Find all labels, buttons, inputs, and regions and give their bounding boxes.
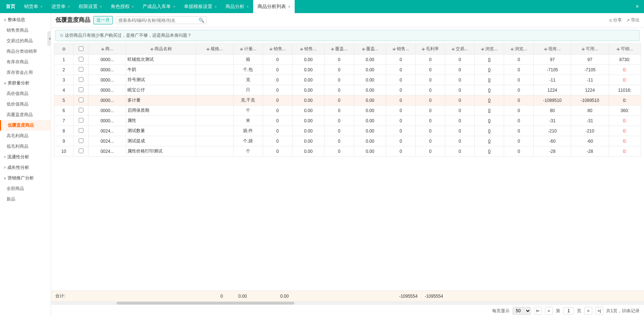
sidebar-section-marketing[interactable]: ∨ 营销推广分析 [0,173,51,183]
tab-roles[interactable]: 角色授权 × [106,0,138,13]
browse1-link[interactable]: 0 [488,78,491,83]
sidebar-item-new-products[interactable]: 新品 [0,194,51,205]
tab-permissions[interactable]: 权限设置 × [74,0,106,13]
browse1-link[interactable]: 0 [488,128,491,134]
th-cover2[interactable]: ≑覆盖... [354,44,386,55]
th-name[interactable]: ≑商品名称 [126,44,196,55]
th-code[interactable]: ≑商... [89,44,126,55]
browse1-link[interactable]: 0 [488,57,491,62]
tab-analysis[interactable]: 商品分析 × [221,0,253,13]
sidebar-item-occupy-ratio[interactable]: 库存资金占用 [0,67,51,78]
browse1-link[interactable]: 0 [488,149,491,154]
close-icon[interactable]: × [247,5,249,9]
th-spec[interactable]: ≑规格... [196,44,233,55]
th-unit[interactable]: ≑计量... [233,44,263,55]
row-checkbox[interactable] [79,77,83,82]
close-icon[interactable]: × [215,5,217,9]
cell-spec [196,116,233,126]
sidebar-item-low-profit[interactable]: 低毛利商品 [0,141,51,152]
search-input[interactable] [118,18,199,23]
cell-trans: 0 [445,116,475,126]
cell-code: 0000... [89,75,126,85]
page-number-input[interactable] [563,307,574,314]
browse1-link[interactable]: 0 [488,139,491,144]
next-page-button[interactable]: > [584,307,592,315]
close-icon[interactable]: × [68,5,70,9]
sidebar-section-growth[interactable]: > 成长性分析 [0,162,51,173]
close-icon[interactable]: × [100,5,102,9]
tab-product-entry[interactable]: 产成品入库单 × [138,0,180,13]
browse1-link[interactable]: 0 [488,98,491,103]
tab-purchase[interactable]: 进货单 × [47,0,74,13]
sidebar-item-low-value[interactable]: 低价值商品 [0,99,51,110]
row-checkbox[interactable] [79,148,83,153]
row-checkbox[interactable] [79,57,83,62]
th-trans[interactable]: ≑交易... [445,44,475,55]
sidebar-item-high-value[interactable]: 高价值商品 [0,88,51,99]
per-page-select[interactable]: 50 10 20 100 [513,307,531,315]
cell-sales-cnt: 0 [386,146,416,156]
th-browse1[interactable]: ≑浏览... [475,44,504,55]
sidebar-item-high-profit[interactable]: 高毛利商品 [0,131,51,141]
window-close-button[interactable]: × [632,3,643,10]
sidebar-item-has-stock[interactable]: 有库存商品 [0,57,51,67]
th-sales-qty[interactable]: ≑销售... [263,44,292,55]
sidebar-item-all-products[interactable]: 全部商品 [0,183,51,194]
row-checkbox[interactable] [79,67,83,72]
th-avail[interactable]: ≑可用... [571,44,609,55]
row-checkbox[interactable] [79,128,83,133]
close-icon[interactable]: × [40,5,43,9]
row-checkbox[interactable] [79,108,83,112]
filter-recent-month-button[interactable]: 近一月 [93,16,113,24]
th-sellable[interactable]: ≑可销... [609,44,641,55]
cell-sales-cnt: 0 [386,116,416,126]
tab-sales[interactable]: 销货单 × [20,0,47,13]
share-button[interactable]: ⎋ 分享 [609,17,622,23]
browse1-link[interactable]: 0 [488,118,491,123]
select-all-checkbox[interactable] [79,46,83,51]
cell-sales-qty: 0 [263,126,292,136]
tab-home[interactable]: 首页 [1,0,20,13]
close-icon[interactable]: × [288,5,290,9]
th-curr[interactable]: ≑现有... [534,44,571,55]
sidebar-section-quality[interactable]: ∨ 类群量分析 [0,78,51,88]
th-cover1[interactable]: ≑覆盖... [325,44,354,55]
cell-code: 0000... [89,85,126,95]
close-icon[interactable]: × [132,5,134,9]
sidebar-item-active-rate[interactable]: 商品分类动销率 [0,46,51,57]
cell-name: 启用保质期 [126,106,196,116]
search-icon[interactable]: 🔍 [199,17,204,23]
sidebar-collapse-button[interactable]: « [47,31,51,46]
th-browse2[interactable]: ≑浏览... [504,44,534,55]
tab-template[interactable]: 单据模板设置 × [180,0,221,13]
browse1-link[interactable]: 0 [488,88,491,93]
sidebar-section-flow[interactable]: > 流通性分析 [0,152,51,162]
browse1-link[interactable]: 0 [488,67,491,72]
browse1-link[interactable]: 0 [488,108,491,113]
cell-avail: -1089510 [571,95,609,106]
sidebar-item-sales-category[interactable]: 销售类商品 [0,25,51,36]
th-sales-amt[interactable]: ≑销售... [292,44,324,55]
sidebar-section-overall[interactable]: ∨ 整体信息 [0,15,51,25]
row-checkbox[interactable] [79,98,83,102]
last-page-button[interactable]: >| [595,307,603,315]
cell-code: 0000... [89,95,126,106]
sidebar-item-high-coverage[interactable]: 高覆盖度商品 [0,110,51,120]
row-checkbox[interactable] [79,87,83,92]
cell-num: 1 [54,55,74,65]
th-gross[interactable]: ≑毛利率 [416,44,445,55]
row-checkbox[interactable] [79,118,83,123]
sidebar-item-low-coverage[interactable]: 低覆盖度商品 [0,120,51,131]
row-checkbox[interactable] [79,138,83,143]
settings-icon[interactable]: ⚙ [62,47,66,52]
close-icon[interactable]: × [173,5,175,9]
sidebar-item-traded[interactable]: 交易过的商品 [0,36,51,46]
th-sales-cnt[interactable]: ≑销售... [386,44,416,55]
tab-analysis-list[interactable]: 商品分析列表 × [253,0,295,13]
cell-sales-amt: 0.00 [292,106,324,116]
first-page-button[interactable]: ⊨ [534,307,542,315]
footer-sales-qty: 0 [212,294,232,299]
products-table: ⚙ ≑商... ≑商品名称 ≑规格... [54,43,641,156]
prev-page-button[interactable]: < [545,307,553,315]
export-button[interactable]: ↗ 导出 [626,17,640,23]
